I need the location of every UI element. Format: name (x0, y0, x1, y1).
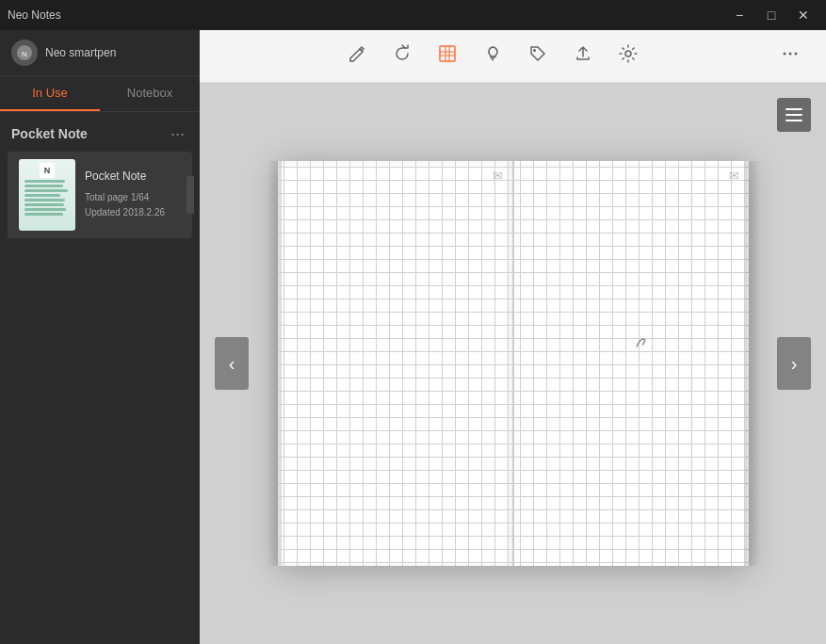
page-grid-left (278, 161, 512, 566)
edit-button[interactable] (336, 36, 378, 77)
thumbnail-letter: N (40, 163, 55, 178)
upload-icon (573, 43, 593, 69)
brand-label: Neo smartpen (45, 46, 116, 59)
refresh-button[interactable] (381, 36, 423, 77)
sidebar: N Neo smartpen In Use Notebox Pocket Not… (0, 30, 200, 644)
tab-in-use[interactable]: In Use (0, 76, 100, 111)
svg-text:N: N (22, 50, 27, 58)
notebook-meta: Total page 1/64 Updated 2018.2.26 (85, 190, 181, 220)
svg-point-12 (795, 53, 798, 56)
settings-icon (618, 43, 639, 69)
app-body: N Neo smartpen In Use Notebox Pocket Not… (0, 30, 826, 644)
updated-value: 2018.2.26 (123, 207, 166, 217)
section-title: Pocket Note (11, 126, 88, 141)
svg-point-9 (625, 51, 631, 56)
title-bar: Neo Notes − □ ✕ (0, 0, 826, 30)
page-left: ✉ (278, 161, 514, 566)
main-content: ‹ ✉ ✉ (200, 30, 826, 644)
total-page-label: Total page (85, 192, 128, 202)
handwriting-mark (631, 330, 654, 357)
minimize-button[interactable]: − (724, 4, 754, 26)
lightbulb-icon (482, 43, 503, 69)
total-page-value: 1/64 (131, 192, 149, 202)
settings-button[interactable] (607, 36, 649, 77)
lightbulb-button[interactable] (472, 36, 513, 77)
svg-point-11 (789, 53, 792, 56)
chevron-right-icon: › (791, 353, 798, 375)
section-header: Pocket Note ··· (0, 112, 200, 152)
chevron-left-icon: ‹ (229, 353, 235, 375)
prev-page-button[interactable]: ‹ (215, 337, 249, 390)
refresh-icon (392, 43, 413, 69)
fold-indicator (186, 176, 194, 214)
notebook-name: Pocket Note (85, 169, 181, 183)
tag-icon (527, 43, 548, 69)
hamburger-icon (786, 108, 802, 121)
upload-button[interactable] (562, 36, 604, 77)
notebook-icon (437, 43, 458, 69)
edit-icon (347, 43, 367, 69)
notebook-item[interactable]: N Pocket Note Tot (8, 152, 192, 238)
svg-point-10 (784, 53, 786, 56)
tab-notebox[interactable]: Notebox (100, 76, 200, 111)
notebook-viewer: ‹ ✉ ✉ (200, 83, 826, 644)
more-dots-icon: ··· (170, 124, 185, 143)
maximize-button[interactable]: □ (756, 4, 786, 26)
neo-logo: N (11, 40, 38, 66)
section-more-button[interactable]: ··· (167, 123, 188, 144)
book-spread: ✉ ✉ (278, 161, 749, 566)
sidebar-tabs: In Use Notebox (0, 76, 200, 112)
page-grid-right (514, 161, 749, 566)
next-page-button[interactable]: › (777, 337, 811, 390)
toolbar (200, 30, 826, 83)
viewer-menu-button[interactable] (777, 98, 811, 132)
sidebar-header: N Neo smartpen (0, 30, 200, 76)
page-left-email-icon: ✉ (493, 169, 503, 183)
more-options-icon (781, 44, 800, 68)
page-right-email-icon: ✉ (729, 169, 739, 183)
updated-label: Updated (85, 207, 121, 217)
svg-rect-2 (440, 46, 455, 61)
app-title: Neo Notes (8, 8, 61, 22)
notebook-button[interactable] (427, 36, 468, 77)
close-button[interactable]: ✕ (788, 4, 818, 26)
more-button[interactable] (769, 36, 811, 77)
page-right: ✉ (514, 161, 749, 566)
svg-point-8 (533, 49, 536, 52)
toolbar-group (215, 36, 769, 77)
window-controls: − □ ✕ (724, 4, 818, 26)
tag-button[interactable] (517, 36, 559, 77)
notebook-thumbnail: N (19, 159, 75, 231)
notebook-info: Pocket Note Total page 1/64 Updated 2018… (85, 169, 181, 220)
thumbnail-waves (23, 180, 72, 216)
